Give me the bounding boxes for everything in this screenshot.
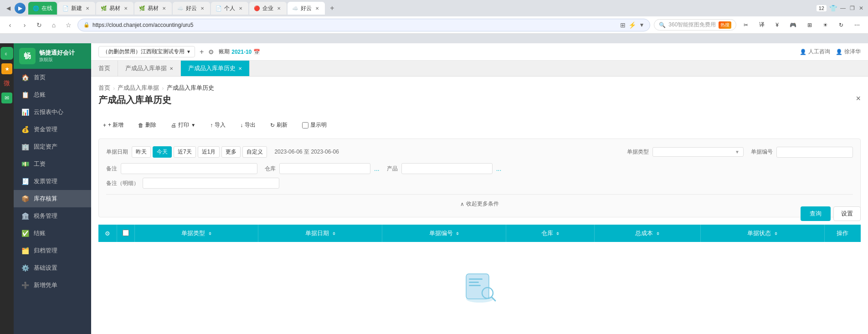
page-tab-home[interactable]: 首页 xyxy=(91,61,118,76)
window-maximize-btn[interactable]: ❐ xyxy=(849,5,855,11)
search-bar[interactable]: 🔍 360智能抠图免费用 热搜 xyxy=(654,19,736,31)
delete-btn[interactable]: 🗑 删除 xyxy=(134,119,161,131)
page-tab-close-icon[interactable]: ✕ xyxy=(238,66,242,71)
calendar-icon[interactable]: 📅 xyxy=(253,49,260,55)
page-tab-history[interactable]: 产成品入库单历史 ✕ xyxy=(181,61,250,76)
date-btn-yesterday[interactable]: 昨天 xyxy=(132,146,151,158)
th-settings[interactable]: ⚙ xyxy=(98,225,117,242)
sun-btn[interactable]: ☀ xyxy=(819,21,832,30)
sidebar-item-home[interactable]: 🏠 首页 xyxy=(14,69,91,86)
add-org-btn[interactable]: + xyxy=(200,48,204,56)
tab-active[interactable]: ☁️ 好云 ✕ xyxy=(288,2,325,15)
org-selector[interactable]: （勿删勿禁用）江西颐宝测试专用 ▼ xyxy=(98,46,195,57)
date-btn-7days[interactable]: 近7天 xyxy=(174,146,196,158)
warehouse-filter-input[interactable] xyxy=(279,163,370,174)
sidebar-item-invoice[interactable]: 🧾 发票管理 xyxy=(14,173,91,190)
settings-org-btn[interactable]: ⚙ xyxy=(208,48,214,56)
product-filter-input[interactable] xyxy=(401,163,493,174)
nav-forward-btn[interactable]: › xyxy=(19,20,30,31)
new-btn[interactable]: + + 新增 xyxy=(98,119,128,131)
number-filter-input[interactable] xyxy=(776,147,853,158)
print-btn[interactable]: 🖨 打印 ▼ xyxy=(166,119,200,131)
tab-close[interactable]: ✕ xyxy=(161,5,167,11)
icon-sidebar-item-2[interactable]: 微 xyxy=(1,78,12,89)
window-minimize-btn[interactable]: — xyxy=(840,5,846,11)
th-date[interactable]: 单据日期 xyxy=(258,225,382,242)
table-settings-btn[interactable]: 设置 xyxy=(833,206,861,221)
tab-count-badge[interactable]: 12 xyxy=(817,5,827,11)
date-btn-custom[interactable]: 自定义 xyxy=(242,146,267,158)
tab-close[interactable]: ✕ xyxy=(84,5,91,11)
sidebar-item-inventory[interactable]: 📦 库存核算 xyxy=(14,190,91,207)
th-number[interactable]: 单据编号 xyxy=(382,225,506,242)
breadcrumb-list[interactable]: 产成品入库单据 xyxy=(118,84,159,92)
address-bar[interactable]: 🔒 https://cloud.chanjet.com/accounting/u… xyxy=(77,19,650,31)
sidebar-item-fixed-assets[interactable]: 🏢 固定资产 xyxy=(14,138,91,155)
sidebar-item-fund[interactable]: 💰 资金管理 xyxy=(14,121,91,138)
refresh-page-btn[interactable]: ↻ 刷新 xyxy=(266,119,292,131)
sidebar-item-salary[interactable]: 💵 工资 xyxy=(14,155,91,173)
tab-6[interactable]: 📄 个人 ✕ xyxy=(211,2,248,15)
date-btn-1month[interactable]: 近1月 xyxy=(198,146,220,158)
sidebar-item-basic[interactable]: ⚙️ 基础设置 xyxy=(14,259,91,277)
breadcrumb-home[interactable]: 首页 xyxy=(98,84,110,92)
export-btn[interactable]: ↓ 导出 xyxy=(236,119,260,131)
settings-btn[interactable]: ⋯ xyxy=(851,21,863,30)
translate-btn[interactable]: 译 xyxy=(755,20,768,30)
import-btn[interactable]: ↑ 导入 xyxy=(205,119,230,131)
user-avatar[interactable]: 👤 徐泽华 xyxy=(836,48,861,56)
th-status[interactable]: 单据状态 xyxy=(700,225,824,242)
scissors-btn[interactable]: ✂ xyxy=(740,21,752,30)
date-btn-today[interactable]: 今天 xyxy=(153,146,172,158)
nav-home-btn[interactable]: ⌂ xyxy=(48,20,59,31)
note-detail-input[interactable] xyxy=(143,178,279,189)
collapse-btn[interactable]: ∧ 收起更多条件 xyxy=(457,198,503,210)
game-btn[interactable]: 🎮 xyxy=(786,21,800,30)
tab-add[interactable]: + xyxy=(326,2,339,15)
query-btn[interactable]: 查询 xyxy=(801,206,831,221)
refresh-btn[interactable]: ↻ xyxy=(835,21,847,30)
address-bar-apps-icon[interactable]: ⊞ xyxy=(620,21,626,29)
window-close-btn[interactable]: ✕ xyxy=(858,5,864,11)
address-bar-lightning-icon[interactable]: ⚡ xyxy=(628,21,636,29)
user-service-btn[interactable]: 👤 人工咨询 xyxy=(800,48,830,56)
address-bar-dropdown-icon[interactable]: ▼ xyxy=(639,22,644,28)
tab-close[interactable]: ✕ xyxy=(237,5,244,11)
icon-sidebar-item-1[interactable]: ★ xyxy=(1,63,12,74)
type-filter-select[interactable]: ▼ xyxy=(652,147,744,157)
browser-back-btn[interactable]: ◀ xyxy=(4,4,13,13)
show-detail-checkbox[interactable] xyxy=(302,122,308,128)
th-type[interactable]: 单据类型 xyxy=(134,225,258,242)
tab-4[interactable]: 🌿 易材 ✕ xyxy=(134,2,172,15)
sidebar-item-tax[interactable]: 🏛️ 税务管理 xyxy=(14,207,91,225)
tab-7[interactable]: 🔴 企业 ✕ xyxy=(249,2,287,15)
show-detail-btn[interactable]: 显示明 xyxy=(298,119,331,131)
panel-close-btn[interactable]: × xyxy=(856,94,861,103)
yuan-btn[interactable]: ¥ xyxy=(772,21,782,30)
sidebar-item-cloud-report[interactable]: 📊 云报表中心 xyxy=(14,103,91,121)
icon-sidebar-item-3[interactable]: ✉ xyxy=(1,92,12,103)
sidebar-item-general-ledger[interactable]: 📋 总账 xyxy=(14,86,91,103)
sidebar-header[interactable]: 畅 畅捷通好会计 旗舰版 xyxy=(14,43,91,69)
sidebar-item-new-entry[interactable]: ➕ 新增凭单 xyxy=(14,277,91,294)
grid-btn[interactable]: ⊞ xyxy=(804,21,816,30)
tab-5[interactable]: ☁️ 好云 ✕ xyxy=(173,2,210,15)
page-tab-list[interactable]: 产成品入库单据 ✕ xyxy=(118,61,181,76)
tab-close[interactable]: ✕ xyxy=(199,5,205,11)
select-all-checkbox[interactable] xyxy=(123,230,129,236)
page-tab-close-icon[interactable]: ✕ xyxy=(169,66,173,71)
product-more-btn[interactable]: ... xyxy=(496,165,502,172)
warehouse-more-btn[interactable]: ... xyxy=(374,165,380,172)
th-checkbox[interactable] xyxy=(117,225,134,242)
th-total-cost[interactable]: 总成本 xyxy=(594,225,700,242)
note-filter-input[interactable] xyxy=(121,163,257,174)
date-btn-more[interactable]: 更多 xyxy=(221,146,241,158)
sidebar-item-archive[interactable]: 🗂️ 归档管理 xyxy=(14,242,91,259)
nav-reload-btn[interactable]: ↻ xyxy=(34,20,45,31)
tab-new[interactable]: 📄 新建 ✕ xyxy=(58,2,95,15)
sidebar-item-settle[interactable]: ✅ 结账 xyxy=(14,225,91,242)
nav-bookmark-btn[interactable]: ☆ xyxy=(63,20,74,31)
tab-close[interactable]: ✕ xyxy=(314,5,320,11)
tab-close[interactable]: ✕ xyxy=(123,5,129,11)
nav-back-btn[interactable]: ‹ xyxy=(5,20,15,31)
